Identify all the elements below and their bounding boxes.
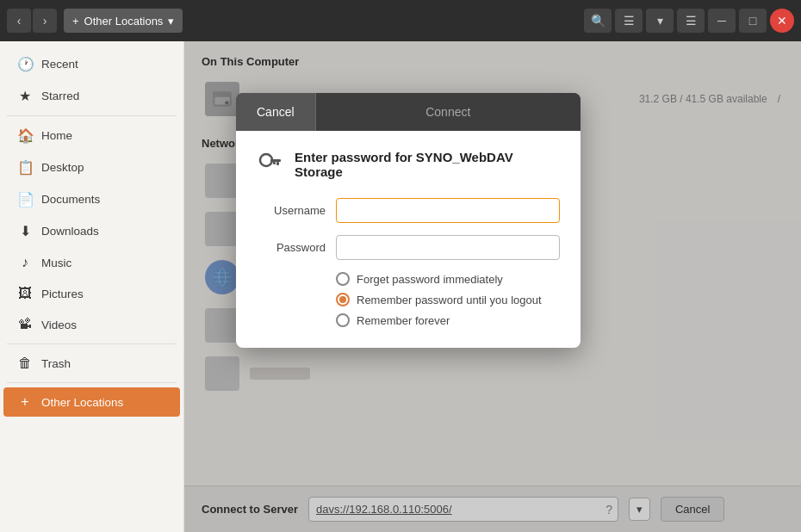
titlebar-actions: 🔍 ☰ ▾ ☰ ─ □ ✕ <box>584 9 794 33</box>
pictures-icon: 🖼 <box>17 286 33 301</box>
sidebar-item-recent[interactable]: 🕐 Recent <box>3 49 180 79</box>
back-button[interactable]: ‹ <box>7 9 31 33</box>
minimize-button[interactable]: ─ <box>708 9 736 33</box>
main-content: 🕐 Recent ★ Starred 🏠 Home 📋 Desktop 📄 Do… <box>0 41 801 532</box>
music-icon: ♪ <box>17 255 33 270</box>
view-list-button[interactable]: ☰ <box>615 9 643 33</box>
sidebar-item-other-locations[interactable]: + Other Locations <box>3 387 180 417</box>
username-row: Username <box>257 198 560 223</box>
radio-forever-label: Remember forever <box>357 314 450 327</box>
sidebar-item-music[interactable]: ♪ Music <box>3 248 180 277</box>
new-tab-icon: + <box>72 15 79 28</box>
password-label: Password <box>257 241 326 254</box>
sidebar-divider-3 <box>7 382 177 383</box>
sidebar-item-videos[interactable]: 📽 Videos <box>3 310 180 339</box>
downloads-icon: ⬇ <box>17 223 33 239</box>
maximize-button[interactable]: □ <box>739 9 767 33</box>
sidebar-item-label: Music <box>41 257 71 269</box>
recent-icon: 🕐 <box>17 56 33 72</box>
key-icon <box>257 148 284 181</box>
password-row: Password <box>257 235 560 260</box>
sidebar-item-label: Desktop <box>41 161 84 174</box>
menu-button[interactable]: ☰ <box>677 9 705 33</box>
radio-forget-circle <box>336 272 350 286</box>
dialog-cancel-button[interactable]: Cancel <box>236 93 316 131</box>
close-button[interactable]: ✕ <box>770 9 794 33</box>
chevron-down-icon: ▾ <box>168 15 174 28</box>
sidebar-item-trash[interactable]: 🗑 Trash <box>3 349 180 378</box>
dialog-title-row: Enter password for SYNO_WebDAV Storage <box>257 148 560 181</box>
sidebar-item-desktop[interactable]: 📋 Desktop <box>3 152 180 182</box>
trash-icon: 🗑 <box>17 356 33 371</box>
location-label: Other Locations <box>84 15 164 28</box>
sidebar-item-starred[interactable]: ★ Starred <box>3 81 180 111</box>
dialog-titlebar: Cancel Connect <box>236 93 581 131</box>
sidebar-item-downloads[interactable]: ⬇ Downloads <box>3 216 180 246</box>
sidebar-item-label: Recent <box>41 58 78 71</box>
radio-logout[interactable]: Remember password until you logout <box>336 293 560 306</box>
sidebar-item-home[interactable]: 🏠 Home <box>3 121 180 151</box>
file-area: On This Computer Computer 31.2 GB / 41.5… <box>184 41 801 532</box>
dialog-body: Enter password for SYNO_WebDAV Storage U… <box>236 131 581 348</box>
home-icon: 🏠 <box>17 127 33 144</box>
sidebar-item-label: Pictures <box>41 288 84 300</box>
sidebar-item-label: Downloads <box>41 225 99 238</box>
password-options: Forget password immediately Remember pas… <box>336 272 560 327</box>
sidebar-item-label: Videos <box>41 319 77 331</box>
search-button[interactable]: 🔍 <box>584 9 612 33</box>
nav-buttons: ‹ › <box>7 9 57 33</box>
sidebar-item-label: Home <box>41 129 72 142</box>
username-input[interactable] <box>336 198 560 223</box>
sidebar-item-label: Documents <box>41 193 100 206</box>
sidebar-item-label: Trash <box>41 357 71 370</box>
desktop-icon: 📋 <box>17 159 33 176</box>
svg-point-8 <box>260 154 272 166</box>
sidebar-item-label: Other Locations <box>41 396 123 409</box>
dialog-overlay: Cancel Connect <box>184 41 801 532</box>
radio-forget-label: Forget password immediately <box>357 273 503 286</box>
forward-button[interactable]: › <box>33 9 57 33</box>
sidebar: 🕐 Recent ★ Starred 🏠 Home 📋 Desktop 📄 Do… <box>0 41 184 532</box>
location-tab[interactable]: + Other Locations ▾ <box>64 9 183 33</box>
dialog-title: Enter password for SYNO_WebDAV Storage <box>295 150 560 179</box>
username-label: Username <box>257 204 326 217</box>
sidebar-divider-1 <box>7 115 177 116</box>
radio-logout-circle <box>336 293 350 306</box>
radio-logout-label: Remember password until you logout <box>357 294 542 306</box>
other-locations-icon: + <box>17 394 33 410</box>
radio-forget[interactable]: Forget password immediately <box>336 272 560 286</box>
documents-icon: 📄 <box>17 191 33 207</box>
sidebar-divider-2 <box>7 343 177 344</box>
dialog-connect-button[interactable]: Connect <box>316 93 581 131</box>
sidebar-item-documents[interactable]: 📄 Documents <box>3 184 180 214</box>
svg-rect-10 <box>276 162 279 165</box>
password-dialog: Cancel Connect <box>236 93 581 348</box>
titlebar: ‹ › + Other Locations ▾ 🔍 ☰ ▾ ☰ ─ □ ✕ <box>0 0 801 41</box>
radio-forever-circle <box>336 313 350 327</box>
svg-rect-9 <box>270 159 281 162</box>
password-input[interactable] <box>336 235 560 260</box>
star-icon: ★ <box>17 88 33 104</box>
view-dropdown-button[interactable]: ▾ <box>646 9 674 33</box>
sidebar-item-pictures[interactable]: 🖼 Pictures <box>3 279 180 308</box>
svg-rect-11 <box>273 162 276 164</box>
videos-icon: 📽 <box>17 317 33 332</box>
radio-forever[interactable]: Remember forever <box>336 313 560 327</box>
sidebar-item-label: Starred <box>41 90 79 102</box>
